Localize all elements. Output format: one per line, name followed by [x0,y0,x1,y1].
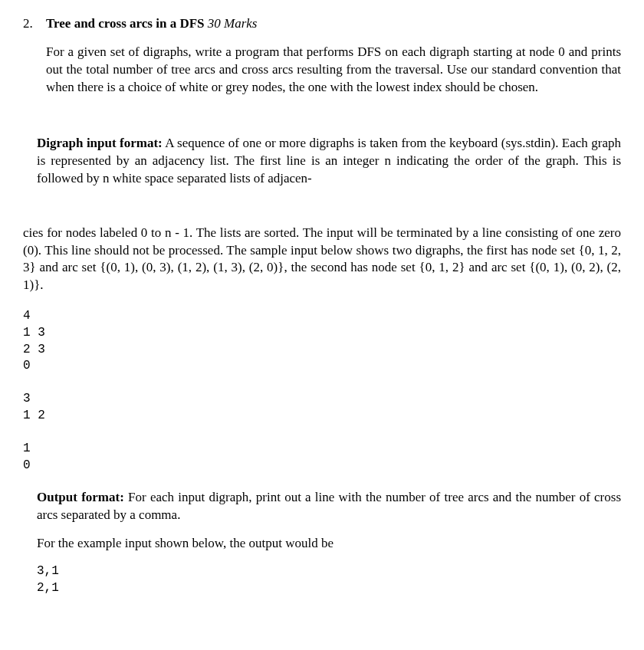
output-note: For the example input shown below, the o… [37,535,621,553]
sample-input: 4 1 3 2 3 0 3 1 2 1 0 [23,308,621,474]
output-format-para: Output format: For each input digraph, p… [37,489,621,524]
output-format-body: For each input digraph, print out a line… [37,490,621,522]
problem-title-line: Tree and cross arcs in a DFS 30 Marks [46,15,257,33]
problem-number: 2. [23,15,46,33]
sample-output: 3,1 2,1 [37,563,621,596]
problem-marks: 30 Marks [208,16,258,31]
input-format-heading: Digraph input format: [37,136,163,150]
problem-body: For a given set of digraphs, write a pro… [23,44,621,97]
output-format-heading: Output format: [37,490,124,504]
input-format-block: Digraph input format: A sequence of one … [23,135,621,188]
continuation-text: cies for nodes labeled 0 to n - 1. The l… [23,225,621,295]
output-section: Output format: For each input digraph, p… [23,489,621,596]
problem-title: Tree and cross arcs in a DFS [46,16,205,31]
problem-header: 2. Tree and cross arcs in a DFS 30 Marks [23,15,621,33]
